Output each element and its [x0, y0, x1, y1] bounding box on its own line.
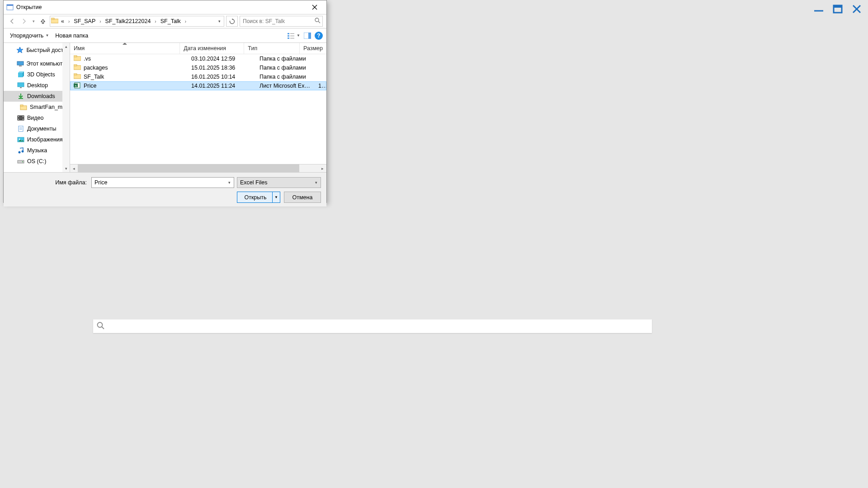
address-dropdown[interactable]: ▾	[216, 19, 223, 23]
search-box[interactable]	[240, 16, 323, 27]
file-name: Price	[84, 83, 96, 89]
chevron-right-icon[interactable]: ›	[153, 19, 157, 24]
svg-point-35	[23, 116, 24, 117]
chevron-down-icon: ▼	[45, 33, 49, 38]
file-type: Папка с файлами	[256, 56, 315, 62]
chevron-right-icon[interactable]: ›	[67, 19, 71, 24]
chevron-right-icon[interactable]: ›	[98, 19, 102, 24]
horizontal-scrollbar[interactable]: ◂ ▸	[70, 164, 326, 172]
sidebar-item[interactable]: Документы	[4, 123, 62, 134]
file-date: 15.01.2025 18:36	[188, 65, 256, 71]
app-search-bar[interactable]	[93, 319, 652, 333]
cancel-button-label: Отмена	[292, 194, 313, 201]
filename-input[interactable]	[92, 178, 234, 188]
images-icon	[17, 136, 24, 143]
column-size[interactable]: Размер	[300, 43, 326, 54]
app-maximize-button[interactable]	[831, 4, 844, 14]
open-split-dropdown[interactable]: ▼	[272, 192, 280, 202]
sidebar-item[interactable]: OS (C:)	[4, 156, 62, 167]
excel-icon: X	[74, 82, 81, 90]
sidebar-item[interactable]: Desktop	[4, 80, 62, 91]
file-row[interactable]: XPrice14.01.2025 11:24Лист Microsoft Ex……	[70, 81, 326, 90]
organize-label: Упорядочить	[10, 33, 43, 39]
chevron-right-icon[interactable]: ›	[184, 19, 188, 24]
file-row[interactable]: SF_Talk16.01.2025 10:14Папка с файлами	[70, 72, 326, 81]
downloads-icon	[17, 93, 24, 100]
column-size-label: Размер	[303, 45, 323, 52]
svg-rect-10	[51, 18, 54, 19]
sidebar-item[interactable]: Музыка	[4, 145, 62, 156]
breadcrumb-item[interactable]: SF_Talk	[160, 18, 182, 24]
scroll-left-icon[interactable]: ◂	[70, 164, 78, 172]
folder-icon	[20, 103, 27, 111]
preview-pane-button[interactable]	[304, 33, 311, 39]
sidebar-item-label: Этот компьютер	[27, 61, 63, 67]
folder-icon	[74, 73, 81, 80]
sidebar-item-label: Изображения	[27, 136, 62, 143]
file-type: Папка с файлами	[256, 65, 315, 71]
file-row[interactable]: .vs03.10.2024 12:59Папка с файлами	[70, 54, 326, 63]
nav-history-dropdown[interactable]: ▾	[31, 16, 36, 26]
column-name[interactable]: Имя	[70, 43, 180, 54]
sidebar-item[interactable]: Этот компьютер	[4, 58, 62, 69]
address-bar[interactable]: « › SF_SAP › SF_Talk22122024 › SF_Talk ›…	[50, 16, 224, 27]
svg-rect-27	[18, 83, 24, 87]
file-size: 15	[315, 83, 326, 89]
dialog-icon	[6, 4, 14, 11]
filename-combo[interactable]: ▾	[91, 177, 234, 188]
sidebar-item[interactable]: SmartFan_mainF	[4, 102, 62, 113]
svg-rect-14	[288, 35, 289, 37]
svg-rect-22	[17, 61, 24, 65]
svg-line-12	[318, 21, 320, 23]
breadcrumb-overflow[interactable]: «	[60, 18, 65, 24]
change-view-button[interactable]: ▼	[288, 33, 300, 39]
refresh-button[interactable]	[226, 16, 238, 27]
scroll-down-icon[interactable]: ▾	[62, 165, 70, 172]
sidebar-item-label: Музыка	[27, 147, 47, 154]
scroll-right-icon[interactable]: ▸	[319, 164, 326, 172]
nav-up-button[interactable]	[38, 16, 48, 26]
dialog-close-button[interactable]	[305, 1, 325, 14]
scroll-thumb[interactable]	[78, 164, 299, 172]
music-icon	[17, 147, 24, 154]
svg-point-43	[22, 150, 24, 153]
filetype-combo[interactable]: Excel Files ▾	[237, 177, 321, 188]
search-icon	[97, 322, 105, 331]
search-icon	[315, 18, 321, 25]
organize-menu[interactable]: Упорядочить ▼	[7, 31, 52, 40]
chevron-down-icon[interactable]: ▾	[312, 180, 320, 185]
column-type[interactable]: Тип	[244, 43, 300, 54]
sidebar-scrollbar[interactable]: ▴ ▾	[62, 43, 70, 172]
app-close-button[interactable]	[850, 4, 863, 14]
svg-marker-21	[17, 47, 23, 53]
sidebar-item[interactable]: Изображения	[4, 134, 62, 145]
breadcrumb-item[interactable]: SF_Talk22122024	[104, 18, 152, 24]
sidebar-item[interactable]: Downloads	[4, 91, 62, 102]
nav-forward-button[interactable]	[19, 16, 29, 26]
sidebar-item[interactable]: Видео	[4, 113, 62, 123]
file-name: SF_Talk	[84, 74, 104, 80]
svg-point-42	[19, 151, 21, 154]
search-input[interactable]	[240, 16, 322, 26]
chevron-down-icon[interactable]: ▾	[226, 180, 233, 185]
new-folder-label: Новая папка	[55, 33, 88, 39]
titlebar[interactable]: Открытие	[4, 0, 326, 14]
cancel-button[interactable]: Отмена	[284, 192, 321, 203]
open-button-label: Открыть	[244, 194, 266, 201]
file-row[interactable]: packages15.01.2025 18:36Папка с файлами	[70, 63, 326, 72]
column-headers: Имя Дата изменения Тип Размер	[70, 43, 326, 54]
svg-rect-15	[288, 38, 289, 39]
breadcrumb-item[interactable]: SF_SAP	[73, 18, 96, 24]
help-button[interactable]: ?	[315, 32, 323, 40]
folder-icon	[74, 55, 81, 62]
column-date[interactable]: Дата изменения	[180, 43, 244, 54]
sidebar-item[interactable]: 3D Objects	[4, 69, 62, 80]
nav-back-button[interactable]	[7, 16, 17, 26]
new-folder-button[interactable]: Новая папка	[52, 31, 91, 40]
app-minimize-button[interactable]	[812, 4, 826, 14]
sidebar-item-label: OS (C:)	[27, 158, 46, 164]
open-button[interactable]: Открыть ▼	[237, 192, 280, 203]
svg-rect-31	[20, 105, 23, 106]
sidebar-item[interactable]: Быстрый доступ	[4, 45, 62, 56]
scroll-up-icon[interactable]: ▴	[62, 43, 70, 50]
